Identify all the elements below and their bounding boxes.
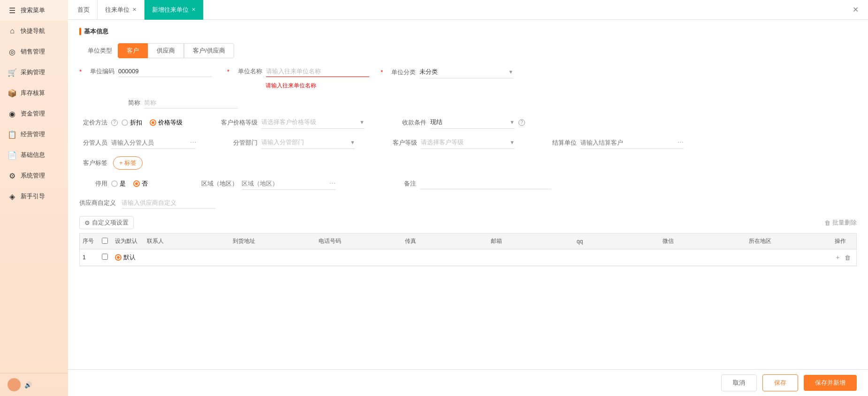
- email-input[interactable]: [491, 254, 571, 261]
- pricing-question-icon[interactable]: ?: [111, 119, 118, 126]
- cell-region[interactable]: [746, 249, 832, 266]
- payment-terms-select[interactable]: 现结 ▼: [430, 116, 515, 129]
- radio-discount[interactable]: 折扣: [122, 118, 142, 127]
- cell-email[interactable]: [488, 249, 574, 266]
- region-field: 区域（地区） ···: [200, 177, 335, 190]
- save-button[interactable]: 保存: [762, 374, 798, 391]
- customer-price-select[interactable]: 请选择客户价格等级 ▼: [261, 116, 365, 129]
- sidebar-item-search[interactable]: ☰ 搜索菜单: [0, 0, 68, 21]
- tab-home[interactable]: 首页: [70, 0, 98, 20]
- unit-category-select[interactable]: 未分类 ▼: [419, 66, 513, 78]
- tab-contacts-close-icon[interactable]: ✕: [132, 7, 137, 13]
- sidebar-item-sales[interactable]: ◎ 销售管理: [0, 41, 68, 62]
- sidebar-item-label: 采购管理: [21, 68, 45, 77]
- col-qq: qq: [574, 233, 660, 249]
- cell-address[interactable]: [230, 249, 316, 266]
- phone-input[interactable]: [319, 254, 399, 261]
- tab-new-contact[interactable]: 新增往来单位 ✕: [145, 0, 204, 20]
- delete-row-button[interactable]: 🗑: [845, 254, 851, 261]
- add-row-button[interactable]: ＋: [835, 253, 841, 262]
- sales-icon: ◎: [8, 47, 17, 56]
- manager-input[interactable]: [111, 139, 190, 146]
- radio-price-level[interactable]: 价格等级: [150, 118, 183, 127]
- save-add-button[interactable]: 保存并新增: [804, 375, 857, 391]
- unit-name-field: * 单位名称 请输入往来单位名称: [227, 66, 369, 90]
- region-input-wrapper: ···: [242, 177, 335, 190]
- tab-home-label: 首页: [77, 6, 90, 14]
- sidebar-item-label: 销售管理: [21, 47, 45, 56]
- settlement-input[interactable]: [580, 139, 678, 146]
- unit-name-input[interactable]: [266, 66, 369, 77]
- manager-dots-button[interactable]: ···: [190, 138, 196, 147]
- col-default: 设为默认: [112, 233, 144, 249]
- tab-new-contact-close-icon[interactable]: ✕: [191, 7, 196, 13]
- fax-input[interactable]: [405, 254, 485, 261]
- sidebar-item-finance[interactable]: ◉ 资金管理: [0, 103, 68, 124]
- short-name-input[interactable]: [144, 97, 238, 109]
- cancel-button[interactable]: 取消: [721, 374, 757, 391]
- region-input[interactable]: [242, 180, 329, 187]
- close-all-tabs-button[interactable]: ✕: [849, 5, 862, 14]
- sidebar-item-label: 经营管理: [21, 130, 45, 139]
- customer-level-select[interactable]: 请选择客户等级 ▼: [421, 136, 515, 149]
- title-bar: [79, 28, 81, 35]
- radio-no[interactable]: 否: [133, 179, 148, 188]
- wechat-input[interactable]: [662, 254, 743, 261]
- operation-icon: 📋: [8, 130, 17, 139]
- table-row: 1 默认: [80, 249, 856, 266]
- settlement-dots-button[interactable]: ···: [678, 138, 684, 147]
- department-select[interactable]: 请输入分管部门 ▼: [261, 136, 355, 149]
- cell-contact[interactable]: [144, 249, 230, 266]
- contacts-table: 序号 设为默认 联系人 到货地址 电话号码 传真 邮箱 qq 微信 所在地区 操…: [79, 233, 857, 266]
- settlement-field: 结算单位 ···: [548, 136, 684, 149]
- sidebar-item-basicinfo[interactable]: 📄 基础信息: [0, 145, 68, 165]
- cell-wechat[interactable]: [660, 249, 746, 266]
- inventory-icon: 📦: [8, 88, 17, 98]
- col-checkbox: [99, 233, 112, 249]
- address-input[interactable]: [233, 254, 313, 261]
- row-region-input[interactable]: [749, 254, 829, 261]
- cell-qq[interactable]: [574, 249, 660, 266]
- custom-settings-button[interactable]: ⚙ 自定义项设置: [79, 216, 134, 229]
- unit-name-label: 单位名称: [234, 67, 262, 76]
- short-name-field: 简称: [112, 97, 238, 109]
- batch-delete-label: 批量删除: [832, 218, 857, 227]
- row-checkbox[interactable]: [102, 254, 108, 260]
- row-default-radio[interactable]: 默认: [115, 253, 141, 262]
- type-btn-supplier[interactable]: 供应商: [148, 43, 184, 58]
- tab-bar: 首页 往来单位 ✕ 新增往来单位 ✕ ✕: [68, 0, 868, 20]
- sidebar-item-system[interactable]: ⚙ 系统管理: [0, 165, 68, 186]
- add-tag-button[interactable]: + 标签: [113, 156, 143, 170]
- cell-fax[interactable]: [402, 249, 488, 266]
- radio-pricelevel-label: 价格等级: [158, 118, 183, 127]
- supplier-custom-input[interactable]: [122, 197, 215, 209]
- select-all-checkbox[interactable]: [102, 238, 108, 244]
- type-btn-both[interactable]: 客户/供应商: [184, 43, 234, 58]
- customer-level-placeholder: 请选择客户等级: [421, 138, 464, 147]
- customer-price-field: 客户价格等级 请选择客户价格等级 ▼: [220, 116, 365, 129]
- radio-yes[interactable]: 是: [111, 179, 126, 188]
- customer-price-placeholder: 请选择客户价格等级: [261, 118, 316, 126]
- region-dots-button[interactable]: ···: [329, 179, 335, 187]
- customer-level-label: 客户等级: [389, 139, 417, 147]
- tab-contacts[interactable]: 往来单位 ✕: [98, 0, 145, 20]
- disabled-radio-group: 是 否: [111, 179, 148, 188]
- notes-input[interactable]: [420, 178, 551, 189]
- qq-input[interactable]: [577, 254, 657, 261]
- payment-question-icon[interactable]: ?: [518, 119, 525, 126]
- type-btn-customer[interactable]: 客户: [118, 43, 148, 58]
- region-label: 区域（地区）: [200, 179, 238, 188]
- sidebar-item-inventory[interactable]: 📦 库存核算: [0, 83, 68, 103]
- sidebar-item-label: 资金管理: [21, 109, 45, 118]
- batch-delete-button[interactable]: 🗑 批量删除: [824, 218, 857, 227]
- sidebar-item-quicknav[interactable]: ⌂ 快捷导航: [0, 21, 68, 41]
- contact-input[interactable]: [147, 254, 227, 261]
- sidebar-item-operation[interactable]: 📋 经营管理: [0, 124, 68, 145]
- unit-code-input[interactable]: [118, 66, 212, 77]
- main-area: 首页 往来单位 ✕ 新增往来单位 ✕ ✕ 基本信息 单位类型 客户 供应商 客户…: [68, 0, 868, 396]
- chevron-down-icon2: ▼: [359, 119, 365, 125]
- sidebar-item-guide[interactable]: ◈ 新手引导: [0, 186, 68, 207]
- sidebar-item-purchase[interactable]: 🛒 采购管理: [0, 62, 68, 83]
- cell-phone[interactable]: [316, 249, 402, 266]
- form-area: 基本信息 单位类型 客户 供应商 客户/供应商 * 单位编码 * 单位: [68, 20, 868, 369]
